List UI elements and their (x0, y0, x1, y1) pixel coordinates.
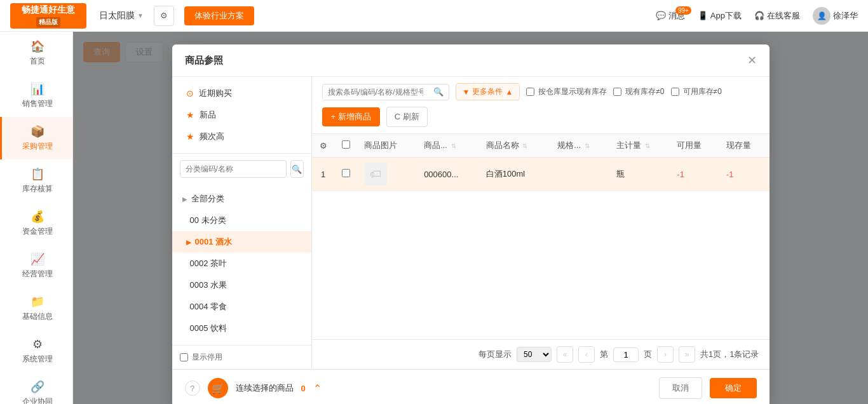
sidebar-item-home[interactable]: 🏠 首页 (0, 32, 72, 74)
sidebar-item-label: 采购管理 (22, 141, 53, 152)
frequency-icon: ★ (186, 131, 194, 142)
sidebar-item-sales[interactable]: 📊 销售管理 (0, 74, 72, 117)
inventory-icon: 📋 (31, 167, 44, 181)
category-liquor[interactable]: ▶ 0001 酒水 (172, 231, 311, 253)
cancel-button[interactable]: 取消 (659, 377, 702, 399)
row-checkbox[interactable] (342, 169, 350, 177)
sidebar-item-purchase[interactable]: 📦 采购管理 (0, 117, 72, 159)
sidebar-item-label: 首页 (30, 56, 45, 67)
th-product-code: 商品... ⇅ (417, 134, 480, 158)
warehouse-display-checkbox[interactable] (526, 88, 534, 96)
page-number-input[interactable] (613, 347, 639, 362)
nav-recent-purchase[interactable]: ⊙ 近期购买 (180, 83, 304, 104)
main-layout: 🏠 首页 📊 销售管理 📦 采购管理 📋 库存核算 💰 资金管理 📈 经营管理 … (0, 32, 868, 404)
usable-stock-checkbox[interactable] (671, 88, 679, 96)
sidebar-item-operations[interactable]: 📈 经营管理 (0, 245, 72, 287)
table-refresh-button[interactable]: C 刷新 (386, 107, 428, 127)
help-icon[interactable]: ? (185, 380, 200, 396)
add-product-button[interactable]: + 新增商品 (322, 107, 380, 126)
product-toolbar: 🔍 ▼ 更多条件 ▲ 按仓库显示现有库存 (312, 77, 770, 134)
category-search: 🔍 (172, 154, 311, 184)
product-search-wrap: 🔍 (322, 84, 449, 100)
category-fruit[interactable]: 0003 水果 (172, 274, 311, 296)
basic-info-icon: 📁 (31, 295, 44, 309)
category-tea[interactable]: 0002 茶叶 (172, 253, 311, 274)
category-drinks[interactable]: 0005 饮料 (172, 318, 311, 339)
user-menu[interactable]: 👤 徐泽华 (813, 7, 858, 25)
show-disabled-checkbox[interactable] (180, 353, 188, 361)
last-page-button[interactable]: » (679, 346, 695, 363)
prev-page-button[interactable]: ‹ (578, 346, 595, 363)
td-img: 🏷 (358, 158, 418, 191)
sidebar-item-label: 资金管理 (22, 226, 53, 237)
per-page-select[interactable]: 50 10 20 100 (517, 347, 552, 362)
sidebar-item-system[interactable]: ⚙ 系统管理 (0, 330, 72, 372)
recent-icon: ⊙ (186, 88, 194, 98)
trial-button[interactable]: 体验行业方案 (184, 6, 254, 25)
td-stock: -1 (720, 158, 770, 191)
sidebar-item-label: 企业协同 (22, 396, 53, 404)
modal-close-button[interactable]: ✕ (747, 53, 757, 67)
product-table: ⚙ 商品图片 (312, 134, 770, 191)
store-selector[interactable]: 日太阳膜 ▼ (99, 10, 144, 22)
modal-body: ⊙ 近期购买 ★ 新品 ★ 频次高 (172, 77, 770, 369)
product-search-icon[interactable]: 🔍 (428, 87, 449, 97)
td-spec (551, 158, 610, 191)
th-spec: 规格... ⇅ (551, 134, 610, 158)
sidebar-item-enterprise[interactable]: 🔗 企业协同 (0, 372, 72, 404)
product-image: 🏷 (364, 163, 387, 185)
td-code: 000600... (417, 158, 480, 191)
app-download-button[interactable]: 📱 App下载 (698, 10, 742, 22)
message-button[interactable]: 💬 消息 99+ (656, 10, 685, 22)
modal-left-panel: ⊙ 近期购买 ★ 新品 ★ 频次高 (172, 77, 312, 369)
avatar: 👤 (813, 7, 831, 25)
enterprise-icon: 🔗 (31, 380, 44, 394)
sidebar-item-inventory[interactable]: 📋 库存核算 (0, 159, 72, 202)
modal-overlay: 商品参照 ✕ ⊙ 近期购买 ★ 新品 (73, 32, 868, 404)
select-all-checkbox[interactable] (342, 140, 350, 149)
show-disabled-footer: 显示停用 (172, 345, 311, 369)
td-checkbox (335, 158, 358, 191)
category-snacks[interactable]: 0004 零食 (172, 296, 311, 318)
sidebar-item-finance[interactable]: 💰 资金管理 (0, 202, 72, 245)
table-row[interactable]: 1 🏷 000600... 白酒100ml (312, 158, 770, 191)
more-filter-button[interactable]: ▼ 更多条件 ▲ (456, 83, 520, 100)
quick-nav: ⊙ 近期购买 ★ 新品 ★ 频次高 (172, 77, 311, 154)
th-product-img: 商品图片 (358, 134, 418, 158)
first-page-button[interactable]: « (557, 346, 573, 363)
product-table-wrap: ⚙ 商品图片 (312, 134, 770, 339)
category-unclassified[interactable]: 00 未分类 (172, 210, 311, 231)
next-page-button[interactable]: › (657, 346, 674, 363)
headset-icon: 🎧 (754, 11, 764, 20)
footer-collapse-button[interactable]: ⌃ (313, 382, 322, 394)
system-icon: ⚙ (32, 337, 43, 351)
column-settings-icon[interactable]: ⚙ (320, 141, 327, 151)
modal-right-panel: 🔍 ▼ 更多条件 ▲ 按仓库显示现有库存 (312, 77, 770, 369)
product-search-input[interactable] (323, 84, 428, 100)
online-service-button[interactable]: 🎧 在线客服 (754, 10, 800, 22)
message-badge: 99+ (675, 6, 691, 15)
category-search-input[interactable] (180, 160, 287, 178)
phone-icon: 📱 (698, 11, 708, 20)
settings-icon[interactable]: ⚙ (154, 6, 174, 26)
sidebar-item-basic-info[interactable]: 📁 基础信息 (0, 287, 72, 330)
operations-icon: 📈 (31, 252, 44, 266)
confirm-button[interactable]: 确定 (710, 378, 757, 398)
category-all[interactable]: ▶ 全部分类 (172, 188, 311, 210)
category-search-button[interactable]: 🔍 (290, 160, 304, 178)
purchase-icon: 📦 (31, 125, 44, 138)
category-water[interactable]: 0008 水 (172, 339, 311, 345)
sales-icon: 📊 (31, 82, 44, 96)
nav-high-frequency[interactable]: ★ 频次高 (180, 126, 304, 147)
filter-arrow-icon: ▲ (505, 88, 513, 97)
arrow-all: ▶ (182, 196, 187, 203)
table-header-row: ⚙ 商品图片 (312, 134, 770, 158)
th-available: 可用量 (670, 134, 720, 158)
store-dropdown-arrow: ▼ (137, 12, 144, 19)
th-settings: ⚙ (312, 134, 335, 158)
app-logo: 畅捷通好生意 精品版 (10, 3, 86, 29)
sort-icon-code: ⇅ (451, 142, 456, 149)
available-stock-checkbox[interactable] (613, 88, 621, 96)
cart-icon: 🛒 (208, 378, 228, 398)
nav-new-products[interactable]: ★ 新品 (180, 105, 304, 125)
